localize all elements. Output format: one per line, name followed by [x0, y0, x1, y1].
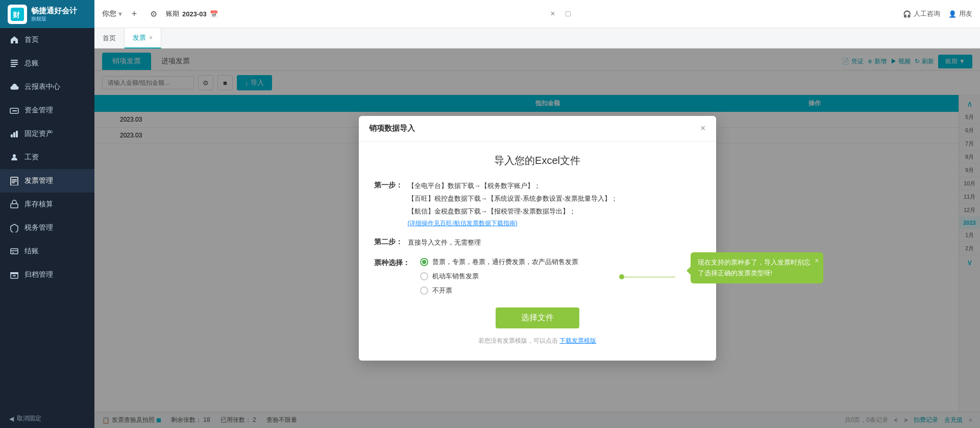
- salary-icon: [9, 152, 19, 162]
- tooltip-dot: [619, 274, 624, 279]
- sidebar: 财 畅捷通好会计 旗舰版 首页: [0, 0, 94, 428]
- tax-icon: [9, 223, 19, 233]
- window-close-button[interactable]: ×: [547, 8, 559, 20]
- settings-button[interactable]: ⚙: [146, 7, 161, 21]
- svg-rect-22: [13, 275, 16, 276]
- svg-rect-11: [16, 131, 18, 137]
- radio-option-no-invoice[interactable]: 不开票: [420, 286, 578, 295]
- ledger-icon: [9, 58, 19, 68]
- headset-icon: 🎧: [903, 10, 911, 18]
- modal-footer-note: 若您没有发票模版，可以点击 下载发票模版: [374, 337, 701, 345]
- svg-text:财: 财: [12, 11, 20, 19]
- svg-rect-15: [12, 181, 17, 182]
- svg-point-12: [13, 154, 16, 157]
- svg-rect-2: [11, 60, 18, 61]
- sidebar-item-tax[interactable]: 税务管理: [0, 216, 94, 240]
- svg-rect-19: [12, 252, 14, 253]
- sidebar-item-cloud[interactable]: 云报表中心: [0, 75, 94, 99]
- sidebar-item-inventory[interactable]: 库存核算: [0, 193, 94, 216]
- ticket-row: 票种选择： 普票，专票，卷票，通行费发票，农产品销售发票: [374, 257, 701, 295]
- tab-invoice[interactable]: 发票 ×: [125, 28, 161, 49]
- download-template-link[interactable]: 下载发票模版: [559, 337, 596, 344]
- funds-icon: [9, 105, 19, 115]
- sidebar-item-home[interactable]: 首页: [0, 28, 94, 52]
- modal-overlay: 销项数据导入 × 导入您的Excel文件 第一步： 【全电平台】数据下载→【税务…: [94, 49, 980, 428]
- radio-option-motor[interactable]: 机动车销售发票: [420, 272, 578, 281]
- radio-option-normal[interactable]: 普票，专票，卷票，通行费发票，农产品销售发票: [420, 257, 578, 267]
- radio-no-invoice-dot: [420, 287, 428, 295]
- ticket-section: 票种选择： 普票，专票，卷票，通行费发票，农产品销售发票: [374, 257, 701, 295]
- radio-motor-dot: [420, 272, 428, 280]
- step2-label: 第二步：: [374, 236, 403, 249]
- tooltip-line: [624, 277, 675, 277]
- svg-rect-10: [13, 132, 15, 137]
- sidebar-item-salary[interactable]: 工资: [0, 146, 94, 169]
- tooltip-close-btn[interactable]: ×: [815, 255, 819, 266]
- step1-content: 【全电平台】数据下载→【税务数字账户】； 【百旺】税控盘数据下载→【系统设置-系…: [408, 180, 618, 229]
- collapse-icon: ◀: [9, 415, 14, 422]
- import-modal: 销项数据导入 × 导入您的Excel文件 第一步： 【全电平台】数据下载→【税务…: [359, 116, 716, 361]
- select-file-area: 选择文件: [374, 307, 701, 328]
- sidebar-item-funds[interactable]: 资金管理: [0, 99, 94, 122]
- inventory-icon: [9, 199, 19, 209]
- modal-header: 销项数据导入 ×: [359, 116, 716, 141]
- home-icon: [9, 35, 19, 45]
- calendar-icon: 📅: [210, 10, 218, 18]
- step1-label: 第一步：: [374, 180, 403, 229]
- svg-rect-3: [11, 62, 18, 63]
- svg-rect-18: [11, 249, 18, 254]
- modal-content-title: 导入您的Excel文件: [374, 154, 701, 168]
- modal-title: 销项数据导入: [369, 124, 415, 133]
- period-display: 账期 2023-03 📅: [166, 9, 218, 18]
- cloud-icon: [9, 82, 19, 92]
- sidebar-item-ledger[interactable]: 总账: [0, 52, 94, 75]
- tooltip-box: 现在支持的票种多了，导入发票时别忘了选择正确的发票类型呀! ×: [691, 252, 823, 284]
- collapse-btn[interactable]: ◀ 取消固定: [0, 409, 94, 428]
- svg-rect-5: [11, 66, 16, 67]
- window-maximize-button[interactable]: □: [562, 8, 574, 20]
- svg-rect-9: [11, 134, 13, 137]
- content-tabs: 首页 发票 ×: [94, 28, 980, 49]
- chevron-down-icon: ▾: [118, 10, 122, 18]
- sidebar-item-archive[interactable]: 归档管理: [0, 263, 94, 287]
- assets-icon: [9, 129, 19, 139]
- step1-row: 第一步： 【全电平台】数据下载→【税务数字账户】； 【百旺】税控盘数据下载→【系…: [374, 180, 701, 229]
- svg-rect-17: [11, 204, 18, 208]
- tooltip-arrow: [687, 267, 691, 275]
- step2-row: 第二步： 直接导入文件，无需整理: [374, 236, 701, 249]
- top-bar-right: 🎧 人工咨询 👤 用友: [903, 9, 972, 18]
- svg-rect-4: [11, 64, 18, 65]
- user-button[interactable]: 👤 用友: [948, 9, 972, 18]
- svg-rect-7: [12, 110, 16, 111]
- user-icon: 👤: [948, 10, 957, 18]
- window-controls: × □: [547, 8, 574, 20]
- sidebar-item-assets[interactable]: 固定资产: [0, 122, 94, 146]
- consult-button[interactable]: 🎧 人工咨询: [903, 9, 940, 18]
- add-tab-button[interactable]: +: [127, 7, 141, 21]
- sidebar-item-settle[interactable]: 结账: [0, 240, 94, 263]
- invoice-icon: [9, 176, 19, 186]
- sidebar-item-invoice[interactable]: 发票管理: [0, 169, 94, 193]
- modal-close-button[interactable]: ×: [700, 123, 706, 134]
- app-logo: 财 畅捷通好会计 旗舰版: [0, 0, 94, 28]
- radio-group: 普票，专票，卷票，通行费发票，农产品销售发票 机动车销售发票: [420, 257, 578, 295]
- settle-icon: [9, 246, 19, 256]
- svg-rect-14: [12, 179, 17, 180]
- step1-link[interactable]: (详细操作见百旺/航信发票数据下载指南): [408, 218, 618, 229]
- logo-icon: 财: [8, 5, 27, 24]
- company-selector[interactable]: 你您 ▾: [102, 9, 122, 18]
- tab-close-invoice[interactable]: ×: [149, 34, 153, 41]
- radio-normal-dot: [420, 258, 428, 266]
- svg-rect-16: [12, 182, 15, 183]
- top-bar: 你您 ▾ + ⚙ 账期 2023-03 📅 × □ 🎧 人工咨询 👤: [94, 0, 980, 28]
- page-content: 销项发票 进项发票 📄 凭证 ⊕ 新增 ▶ 视频: [94, 49, 980, 428]
- modal-body: 导入您的Excel文件 第一步： 【全电平台】数据下载→【税务数字账户】； 【百…: [359, 141, 716, 361]
- svg-point-8: [16, 110, 17, 111]
- ticket-label: 票种选择：: [374, 257, 410, 268]
- step2-content: 直接导入文件，无需整理: [408, 236, 481, 249]
- tab-home[interactable]: 首页: [94, 28, 125, 49]
- archive-icon: [9, 270, 19, 280]
- logo-text: 畅捷通好会计 旗舰版: [31, 6, 77, 23]
- select-file-button[interactable]: 选择文件: [496, 307, 579, 328]
